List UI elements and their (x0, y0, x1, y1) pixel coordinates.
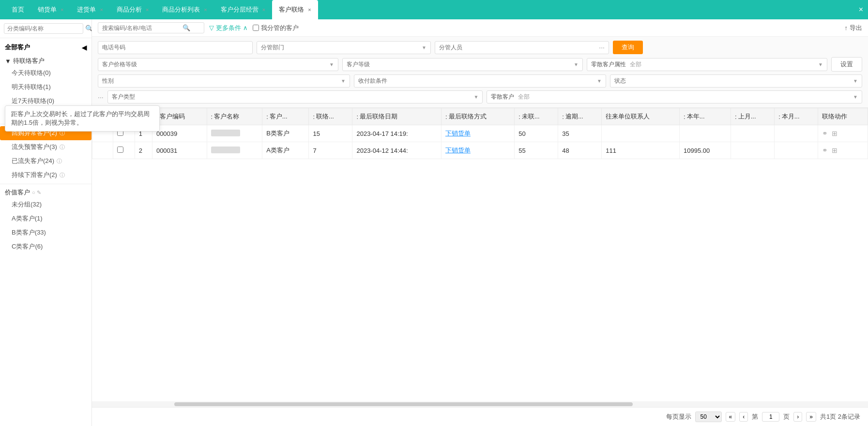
col-name[interactable]: : 客户名称 (207, 108, 262, 125)
col-this-month[interactable]: : 本月... (775, 108, 818, 125)
main-search-input[interactable] (102, 25, 180, 31)
col-this-year[interactable]: : 本年... (680, 108, 731, 125)
sidebar-item-churned[interactable]: 已流失客户(24) ⓘ (0, 154, 91, 168)
last-page-button[interactable]: » (806, 412, 816, 422)
sidebar-collapse-icon[interactable]: ◀ (82, 44, 87, 51)
sidebar-item-churn-warning[interactable]: 流失预警客户(3) ⓘ (0, 140, 91, 154)
action-link-icon-2[interactable]: ⚭ (822, 147, 828, 154)
row2-unit-contact: 111 (602, 142, 680, 159)
my-customer-checkbox[interactable]: 我分管的客户 (253, 24, 299, 32)
filter-retail-customer[interactable]: 零散客户 全部 ▼ (487, 90, 862, 103)
nav-item-analysis[interactable]: 商品分析 × (110, 0, 155, 19)
edit-icon[interactable]: ○ ✎ (32, 190, 41, 196)
col-unit-contact[interactable]: 往来单位联系人 (602, 108, 680, 125)
filter-branch-dept[interactable]: 分管部门 ▼ (257, 41, 431, 54)
scroll-thumb[interactable] (174, 402, 633, 406)
filter-branch-person[interactable]: 分管人员 ··· (435, 41, 609, 54)
search-box: 🔍 (98, 22, 204, 33)
col-unreached[interactable]: : 未联... (515, 108, 558, 125)
prev-page-button[interactable]: ‹ (739, 412, 748, 422)
action-grid-icon[interactable]: ⊞ (832, 130, 838, 137)
filter-status[interactable]: 状态 ▼ (610, 74, 862, 88)
close-icon-active[interactable]: × (308, 0, 311, 19)
nav-item-analysis-list[interactable]: 商品分析列表 × (155, 0, 213, 19)
nav-item-home[interactable]: 首页 (5, 0, 31, 19)
value-group-label: 价值客户 (5, 188, 30, 197)
filter-phone[interactable]: 电话号码 (98, 41, 253, 54)
row1-type: B类客户 (262, 125, 309, 142)
close-icon[interactable]: × (262, 0, 265, 19)
more-dots[interactable]: ··· (98, 93, 104, 101)
sidebar-item-c-class[interactable]: C类客户(6) (0, 240, 91, 254)
per-page-label: 每页显示 (666, 412, 691, 421)
table-row: 2 000031 A类客户 7 2023-04-12 14:44: 下销货单 5… (92, 142, 868, 159)
nav-item-purchase[interactable]: 进货单 × (70, 0, 109, 19)
more-filter-button[interactable]: ▽ 更多条件 ∧ (209, 24, 248, 32)
blurred-name (211, 130, 240, 136)
sidebar-item-a-class[interactable]: A类客户(1) (0, 212, 91, 226)
nav-item-sales[interactable]: 销货单 × (31, 0, 70, 19)
sidebar-item-declining[interactable]: 持续下滑客户(2) ⓘ (0, 168, 91, 182)
col-last-month[interactable]: : 上月... (731, 108, 775, 125)
row2-checkbox[interactable] (113, 142, 135, 159)
sidebar: 🔍 全部客户 ◀ ▼ 待联络客户 今天待联络(0) 明天待联络(1) 近7天待联… (0, 19, 92, 426)
row2-last-method[interactable]: 下销货单 (441, 142, 514, 159)
close-icon[interactable]: × (146, 0, 149, 19)
settings-button[interactable]: 设置 (831, 57, 862, 72)
search-icon[interactable]: 🔍 (183, 24, 190, 31)
row1-last-method[interactable]: 下销货单 (441, 125, 514, 142)
filter-row-3: 性别 ▼ 收付款条件 ▼ 状态 ▼ (98, 74, 862, 88)
window-close-button[interactable]: × (859, 5, 863, 14)
all-customers-label: 全部客户 (5, 43, 30, 52)
action-grid-icon-2[interactable]: ⊞ (832, 147, 838, 154)
export-button[interactable]: ↑ 导出 (845, 24, 863, 32)
sidebar-all-customers[interactable]: 全部客户 ◀ (0, 40, 91, 55)
table-row: 1 000039 B类客户 15 2023-04-17 14:19: 下销货单 … (92, 125, 868, 142)
nav-item-customer-contact[interactable]: 客户联络 × (272, 0, 318, 19)
first-page-button[interactable]: « (726, 412, 736, 422)
sidebar-item-today[interactable]: 今天待联络(0) (0, 66, 91, 80)
chevron-icon: ∧ (243, 24, 248, 31)
tooltip-box: 距客户上次交易时长，超过了此客户的平均交易周期的1.5倍，则视为异常。 (5, 105, 160, 132)
sidebar-item-b-class[interactable]: B类客户(33) (0, 226, 91, 240)
filter-gender[interactable]: 性别 ▼ (98, 74, 350, 88)
filter-payment[interactable]: 收付款条件 ▼ (354, 74, 606, 88)
pending-arrow-icon: ▼ (5, 58, 11, 65)
col-contact[interactable]: : 联络... (309, 108, 352, 125)
col-code[interactable]: : 客户编码 (152, 108, 207, 125)
sidebar-search-input[interactable] (4, 23, 83, 34)
dots-icon[interactable]: ··· (599, 44, 605, 51)
close-icon[interactable]: × (204, 0, 207, 19)
divider-2 (0, 184, 91, 184)
sidebar-item-tomorrow[interactable]: 明天待联络(1) (0, 80, 91, 94)
next-page-button[interactable]: › (793, 412, 802, 422)
export-icon: ↑ (845, 24, 848, 31)
action-link-icon[interactable]: ⚭ (822, 130, 828, 137)
filter-customer-level[interactable]: 客户等级 ▼ (342, 58, 583, 71)
col-last-date[interactable]: : 最后联络日期 (352, 108, 442, 125)
col-type[interactable]: : 客户... (262, 108, 309, 125)
table-footer: 每页显示 50 20 100 « ‹ 第 页 › » 共1页 2条记录 (92, 407, 868, 426)
sidebar-section-pending[interactable]: ▼ 待联络客户 (0, 55, 91, 66)
sidebar-search-area: 🔍 (0, 19, 91, 38)
col-last-method[interactable]: : 最后联络方式 (441, 108, 514, 125)
row2-settings (92, 142, 113, 159)
my-customer-check[interactable] (253, 25, 259, 31)
query-button[interactable]: 查询 (613, 41, 643, 54)
sidebar-item-ungroup[interactable]: 未分组(32) (0, 198, 91, 212)
sidebar-search-icon[interactable]: 🔍 (85, 25, 92, 32)
per-page-select[interactable]: 50 20 100 (695, 411, 722, 422)
filter-retail-attr[interactable]: 零散客户属性 全部 ▼ (587, 58, 827, 71)
nav-item-customer-segment[interactable]: 客户分层经营 × (214, 0, 272, 19)
info-icon-2: ⓘ (60, 144, 65, 150)
filter-price-level[interactable]: 客户价格等级 ▼ (98, 58, 338, 71)
close-icon[interactable]: × (61, 0, 63, 19)
horizontal-scrollbar[interactable] (98, 401, 862, 407)
col-overdue[interactable]: : 逾期... (558, 108, 602, 125)
row1-last-date: 2023-04-17 14:19: (352, 125, 442, 142)
customer-table: ⚙ # : 客户编码 : 客户名称 : 客户... : 联络... : 最后联络… (92, 108, 868, 159)
sidebar-value-group[interactable]: 价值客户 ○ ✎ (0, 186, 91, 198)
filter-customer-type[interactable]: 客户类型 ▼ (107, 90, 483, 103)
close-icon[interactable]: × (100, 0, 103, 19)
page-number-input[interactable] (762, 412, 779, 422)
